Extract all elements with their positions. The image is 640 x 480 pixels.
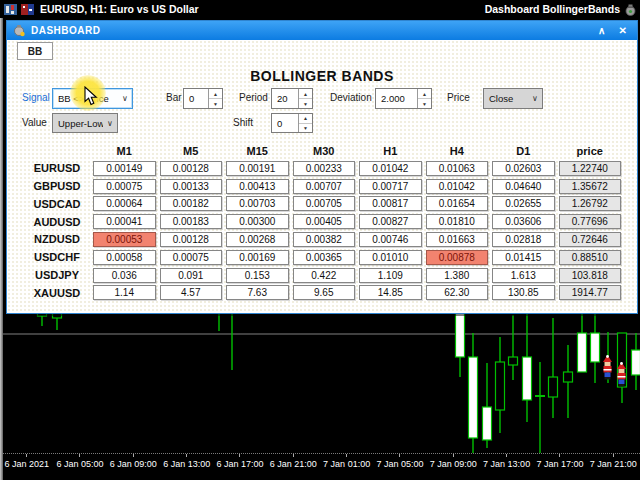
time-axis-label: 6 Jan 17:00 — [213, 454, 266, 480]
table-cell: 0.04640 — [492, 179, 555, 194]
chart-marker-icon — [601, 355, 614, 381]
symbol-label: XAUUSD — [25, 287, 89, 299]
bar-stepper[interactable]: 0 ▲▼ — [183, 88, 223, 109]
column-header: M30 — [293, 145, 356, 157]
value-dropdown[interactable]: Upper-Lower ∨ — [52, 113, 118, 133]
indicator-name-label: Dashboard BollingerBands — [485, 3, 620, 15]
deviation-stepper[interactable]: 2.000 ▲▼ — [375, 88, 432, 109]
table-cell: 0.00053 — [93, 232, 156, 247]
window-left-border — [0, 18, 3, 480]
time-axis-label: 7 Jan 05:00 — [373, 454, 426, 480]
table-cell: 1.14 — [93, 285, 156, 300]
spin-down-icon[interactable]: ▼ — [209, 99, 222, 108]
dashboard-body: BB BOLLINGER BANDS Signal BB <> Price ∨ … — [7, 40, 637, 311]
table-cell: 0.01663 — [426, 232, 489, 247]
table-cell: 0.01063 — [426, 161, 489, 176]
table-cell: 62.30 — [426, 285, 489, 300]
price-dropdown[interactable]: Close ∨ — [483, 88, 543, 109]
table-cell: 0.00817 — [359, 196, 422, 211]
column-header: D1 — [492, 145, 555, 157]
table-cell: 0.00133 — [160, 179, 223, 194]
time-axis: 6 Jan 20216 Jan 05:006 Jan 09:006 Jan 13… — [0, 453, 640, 480]
spin-down-icon[interactable]: ▼ — [299, 99, 312, 108]
symbol-label: USDCHF — [25, 251, 89, 263]
table-cell: 0.01654 — [426, 196, 489, 211]
time-axis-label: 6 Jan 13:00 — [160, 454, 213, 480]
chevron-down-icon: ∨ — [103, 119, 117, 128]
spin-down-icon[interactable]: ▼ — [299, 124, 312, 133]
symbol-flag-icon — [21, 4, 34, 15]
table-cell: 9.65 — [293, 285, 356, 300]
table-cell: 1.109 — [359, 268, 422, 283]
deviation-label: Deviation — [330, 92, 372, 103]
time-axis-label: 6 Jan 09:00 — [107, 454, 160, 480]
table-cell: 0.00149 — [93, 161, 156, 176]
table-cell: 0.00827 — [359, 214, 422, 229]
table-cell: 0.036 — [93, 268, 156, 283]
spin-up-icon[interactable]: ▲ — [418, 89, 431, 99]
symbol-label: NZDUSD — [25, 233, 89, 245]
close-button[interactable]: ✕ — [615, 25, 631, 36]
table-cell: 0.01010 — [359, 250, 422, 265]
table-cell: 0.72646 — [559, 232, 622, 247]
tab-bb[interactable]: BB — [17, 42, 53, 60]
dashboard-titlebar[interactable]: DASHBOARD ∧ ✕ — [7, 21, 637, 40]
table-cell: 0.00182 — [160, 196, 223, 211]
symbol-label: AUDUSD — [25, 216, 89, 228]
column-header: M1 — [93, 145, 156, 157]
signal-label: Signal — [22, 92, 50, 103]
table-cell: 0.00746 — [359, 232, 422, 247]
spin-up-icon[interactable]: ▲ — [209, 89, 222, 99]
signal-dropdown[interactable]: BB <> Price ∨ — [52, 88, 133, 109]
table-cell: 7.63 — [226, 285, 289, 300]
column-header: M5 — [160, 145, 223, 157]
table-cell: 0.091 — [160, 268, 223, 283]
table-cell: 0.00382 — [293, 232, 356, 247]
table-cell: 1914.77 — [559, 285, 622, 300]
table-cell: 14.85 — [359, 285, 422, 300]
column-header: H4 — [426, 145, 489, 157]
table-cell: 0.00703 — [226, 196, 289, 211]
symbol-label: EURUSD — [25, 162, 89, 174]
table-cell: 0.00075 — [160, 250, 223, 265]
column-header: M15 — [226, 145, 289, 157]
table-cell: 0.88510 — [559, 250, 622, 265]
table-cell: 0.02818 — [492, 232, 555, 247]
spin-up-icon[interactable]: ▲ — [299, 114, 312, 124]
bar-label: Bar — [166, 92, 182, 103]
table-cell: 0.00233 — [293, 161, 356, 176]
time-axis-label: 7 Jan 09:00 — [427, 454, 480, 480]
table-cell: 0.03606 — [492, 214, 555, 229]
table-cell: 0.01415 — [492, 250, 555, 265]
time-axis-label: 7 Jan 13:00 — [480, 454, 533, 480]
table-cell: 0.00268 — [226, 232, 289, 247]
table-cell: 0.00128 — [160, 232, 223, 247]
moneybag-icon — [624, 3, 637, 16]
dashboard-panel: DASHBOARD ∧ ✕ BB BOLLINGER BANDS Signal … — [6, 20, 638, 314]
table-cell: 0.00075 — [93, 179, 156, 194]
table-cell: 0.00183 — [160, 214, 223, 229]
table-cell: 0.00405 — [293, 214, 356, 229]
table-cell: 0.01042 — [359, 161, 422, 176]
spin-up-icon[interactable]: ▲ — [299, 89, 312, 99]
mt4-chart-window: EURUSD, H1: Euro vs US Dollar Dashboard … — [0, 0, 640, 480]
table-cell: 0.02603 — [492, 161, 555, 176]
price-label: Price — [447, 92, 470, 103]
table-cell: 1.380 — [426, 268, 489, 283]
chevron-down-icon: ∨ — [118, 94, 132, 103]
collapse-button[interactable]: ∧ — [594, 25, 610, 36]
table-cell: 0.00707 — [293, 179, 356, 194]
period-stepper[interactable]: 20 ▲▼ — [271, 88, 313, 109]
spin-down-icon[interactable]: ▼ — [418, 99, 431, 108]
shift-stepper[interactable]: 0 ▲▼ — [271, 113, 313, 133]
table-cell: 0.00128 — [160, 161, 223, 176]
symbol-label: USDJPY — [25, 269, 89, 281]
time-axis-label: 6 Jan 21:00 — [267, 454, 320, 480]
period-label: Period — [239, 92, 268, 103]
table-cell: 4.57 — [160, 285, 223, 300]
table-cell: 0.422 — [293, 268, 356, 283]
chart-title: EURUSD, H1: Euro vs US Dollar — [40, 3, 199, 15]
table-cell: 1.35672 — [559, 179, 622, 194]
table-cell: 0.02655 — [492, 196, 555, 211]
dashboard-app-icon — [13, 24, 26, 37]
